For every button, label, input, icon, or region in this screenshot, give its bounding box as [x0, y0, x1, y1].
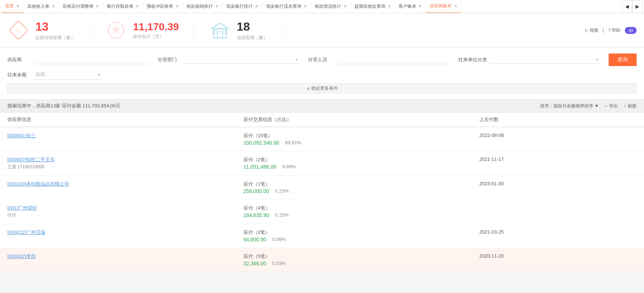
table-row: [000002]李四 应付（5笔） 32,366.00 0.03% 2020-1…: [0, 248, 644, 272]
nav-tab-adjust[interactable]: 应收应付调整单 ✕: [59, 0, 103, 13]
shop-icon: [209, 19, 231, 41]
table-header: 供应商信息 应付交易信息（占比） 上次付数: [0, 113, 644, 127]
supplier-info-3: [000100]本特勤油品有限公司: [7, 181, 244, 187]
filter-person-label: 分管人员: [308, 56, 330, 63]
close-icon[interactable]: ✕: [255, 4, 258, 9]
filter-row-2: 往来余额 选择... ▾: [7, 70, 637, 80]
tx-label-2: 应付（2笔）: [244, 156, 480, 163]
export-icon: ○: [605, 103, 608, 108]
close-icon[interactable]: ✕: [454, 4, 457, 8]
supplier-link-4[interactable]: [001]广州荣轩: [7, 205, 244, 211]
supplier-link-1[interactable]: [000001]张三: [7, 132, 244, 139]
last-pay-3: 2023-01-30: [479, 181, 637, 186]
stat-number-suppliers: 18: [237, 20, 268, 34]
tx-amount-6[interactable]: 32,366.00: [244, 261, 266, 266]
close-icon[interactable]: ✕: [388, 4, 391, 9]
tx-row-4: 164,635.90 0.15%: [244, 211, 480, 218]
svg-rect-7: [214, 30, 217, 34]
stat-number-total: 11,170.39: [133, 21, 179, 33]
nav-tab-home[interactable]: 首页 ✕: [1, 0, 24, 13]
filter-balance: 往来余额 选择... ▾: [7, 70, 103, 80]
person-input[interactable]: [333, 55, 451, 64]
supplier-link-5[interactable]: [000012]广州贝瑞: [7, 229, 244, 236]
tx-row-6: 32,366.00 0.03%: [244, 260, 480, 266]
nav-tab-overdue[interactable]: 超期应收款查询 ✕: [351, 0, 395, 13]
result-actions: 排序：按应付余额倒序排序 ▼ ○ 导出 ○ 刷新: [540, 103, 637, 109]
collapse-button[interactable]: ∧ 收起更多条件: [7, 83, 637, 93]
tx-row-5: 94,600.00 0.08%: [244, 236, 480, 242]
nav-tab-cashstat[interactable]: 现金银行统计 ✕: [223, 0, 262, 13]
question-icon: ?: [608, 28, 611, 33]
tx-amount-4[interactable]: 164,635.90: [244, 212, 269, 218]
nav-tab-supbook[interactable]: 供应商账本 ✕: [426, 0, 461, 13]
supplier-link-3[interactable]: [000100]本特勤油品有限公司: [7, 181, 244, 187]
supplier-info-4: [001]广州荣轩 仔仔: [7, 205, 244, 218]
close-icon[interactable]: ✕: [343, 4, 347, 9]
stat-card-total-suppliers: 18 总供应商（家）: [209, 19, 283, 41]
supplier-link-2[interactable]: [000007]恒旺二手叉车: [7, 156, 244, 163]
collapse-icon: ∧: [307, 86, 310, 91]
stat-label-suppliers: 总供应商（家）: [237, 35, 268, 41]
tx-info-6: 应付（5笔） 32,366.00 0.03%: [244, 253, 480, 266]
refresh-icon: ○: [624, 103, 626, 108]
tx-amount-1[interactable]: 100,092,540.00: [244, 140, 279, 146]
export-button[interactable]: ○ 导出: [605, 103, 618, 109]
top-right-links: ▷ 视频 | ? 帮助 Ai: [585, 19, 637, 41]
tx-row-3: 258,000.00 0.23%: [244, 187, 480, 194]
sort-arrow-icon: ▼: [595, 103, 599, 108]
close-icon[interactable]: ✕: [304, 4, 307, 9]
nav-tab-bank[interactable]: 银行存取款单 ✕: [103, 0, 143, 13]
close-icon[interactable]: ✕: [96, 4, 99, 9]
nav-arrow-left[interactable]: ◀: [622, 0, 632, 13]
chevron-down-icon: ▾: [98, 72, 100, 77]
stat-info-suppliers: 18 总供应商（家）: [237, 20, 268, 41]
stat-info-total: 11,170.39 应付合计（万）: [133, 21, 179, 40]
close-icon[interactable]: ✕: [175, 4, 179, 9]
tx-info-5: 应付（2笔） 94,600.00 0.08%: [244, 229, 480, 242]
filter-supplier: 供应商: [7, 55, 150, 64]
nav-tab-verify[interactable]: 收款核销执行 ✕: [183, 0, 223, 13]
tx-label-3: 应付（1笔）: [244, 181, 480, 187]
supplier-input[interactable]: [32, 55, 150, 64]
last-pay-5: 2021-03-25: [479, 229, 637, 235]
supplier-sub-2: 王通 17106110000: [7, 164, 244, 170]
close-icon[interactable]: ✕: [419, 4, 422, 9]
balance-select[interactable]: 选择... ▾: [32, 70, 103, 80]
nav-tab-advance[interactable]: 预收冲应收单 ✕: [143, 0, 183, 13]
nav-tab-custbook[interactable]: 客户账本 ✕: [395, 0, 426, 13]
data-table: 供应商信息 应付交易信息（占比） 上次付数 [000001]张三 应付（15笔）…: [0, 113, 644, 272]
supplier-info-6: [000002]李四: [7, 253, 244, 260]
video-link[interactable]: ▷ 视频: [585, 27, 598, 34]
dept-select[interactable]: ▾: [183, 56, 301, 64]
tx-amount-2[interactable]: 11,051,486.00: [244, 164, 277, 170]
nav-tab-income[interactable]: 其他收入单 ✕: [24, 0, 59, 13]
filter-unit-class: 往来单位分类 ▾: [458, 56, 601, 64]
svg-marker-5: [211, 23, 228, 28]
header-supplier: 供应商信息: [7, 116, 244, 123]
sort-button[interactable]: 排序：按应付余额倒序排序 ▼: [540, 103, 599, 109]
tx-percent-5: 0.08%: [272, 237, 286, 242]
table-row: [000012]广州贝瑞 应付（2笔） 94,600.00 0.08% 2021…: [0, 224, 644, 248]
query-button[interactable]: 查询: [609, 54, 637, 66]
nav-arrow-right[interactable]: ▶: [632, 0, 643, 13]
close-icon[interactable]: ✕: [52, 4, 55, 9]
stat-number-payable: 13: [35, 20, 75, 34]
close-icon[interactable]: ✕: [215, 4, 218, 9]
close-icon[interactable]: ✕: [136, 4, 139, 9]
close-icon[interactable]: ✕: [16, 4, 20, 8]
stat-card-payable-total: 米 11,170.39 应付合计（万）: [105, 19, 194, 41]
ai-button[interactable]: Ai: [625, 27, 637, 34]
tx-label-6: 应付（5笔）: [244, 253, 480, 260]
unit-class-select[interactable]: ▾: [490, 56, 601, 64]
diamond-icon: ◇: [7, 19, 29, 41]
supplier-link-6[interactable]: [000002]李四: [7, 253, 244, 260]
refresh-button[interactable]: ○ 刷新: [624, 103, 637, 109]
filter-area: 供应商 分管部门 ▾ 分管人员 往来单位分类 ▾ 查询 往来余额 选择: [0, 48, 644, 100]
help-link[interactable]: ? 帮助: [608, 27, 621, 34]
tx-percent-3: 0.23%: [275, 188, 289, 194]
stat-label-total: 应付合计（万）: [133, 34, 179, 40]
nav-tab-recstat[interactable]: 收款情况统计 ✕: [311, 0, 351, 13]
nav-tab-cashflow[interactable]: 现金银行流水查询 ✕: [262, 0, 311, 13]
tx-amount-3[interactable]: 258,000.00: [244, 188, 269, 194]
tx-amount-5[interactable]: 94,600.00: [244, 237, 266, 242]
